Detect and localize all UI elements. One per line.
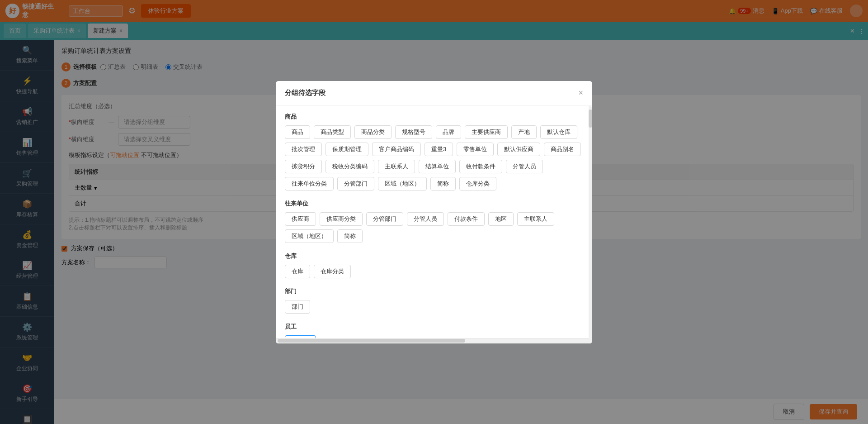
tag-retail-unit[interactable]: 零售单位 — [457, 143, 494, 156]
tag-region[interactable]: 区域（地区） — [378, 177, 427, 191]
tag-mgmt-dept[interactable]: 分管部门 — [366, 212, 403, 226]
section-department: 部门 部门 — [285, 287, 583, 314]
tag-short-name2[interactable]: 简称 — [337, 229, 363, 243]
modal-header: 分组待选字段 × — [276, 81, 592, 105]
tag-dept[interactable]: 分管部门 — [337, 177, 374, 191]
section-goods-tags: 商品 商品类型 商品分类 规格型号 品牌 主要供应商 产地 默认仓库 批次管理 … — [285, 125, 583, 191]
tag-settlement-unit[interactable]: 结算单位 — [419, 160, 456, 173]
tag-goods[interactable]: 商品 — [285, 125, 310, 139]
tag-tax-code[interactable]: 税收分类编码 — [326, 160, 374, 173]
tag-main-contact2[interactable]: 主联系人 — [517, 212, 554, 226]
modal-hscrollbar[interactable] — [276, 338, 592, 343]
tag-supplier-category[interactable]: 供应商分类 — [320, 212, 363, 226]
tag-short-name[interactable]: 简称 — [430, 177, 456, 191]
section-partner: 往来单位 供应商 供应商分类 分管部门 分管人员 付款条件 地区 主联系人 区域… — [285, 200, 583, 243]
tag-dept-mgr[interactable]: 分管人员 — [506, 160, 543, 173]
tag-batch-mgmt[interactable]: 批次管理 — [285, 143, 322, 156]
tag-warehouse-category[interactable]: 仓库分类 — [314, 265, 351, 278]
tag-customer-code[interactable]: 客户商品编码 — [372, 143, 421, 156]
tag-department[interactable]: 部门 — [285, 300, 310, 314]
tag-partner-category[interactable]: 往来单位分类 — [285, 177, 334, 191]
tag-main-supplier[interactable]: 主要供应商 — [465, 125, 508, 139]
tag-goods-alias[interactable]: 商品别名 — [544, 143, 581, 156]
section-employee-title: 员工 — [285, 323, 583, 331]
tag-region2[interactable]: 区域（地区） — [285, 229, 334, 243]
tag-mgmt-person[interactable]: 分管人员 — [407, 212, 444, 226]
tag-origin[interactable]: 产地 — [511, 125, 537, 139]
section-employee: 员工 业务员 — [285, 323, 583, 338]
tag-area[interactable]: 地区 — [488, 212, 514, 226]
tag-goods-category[interactable]: 商品分类 — [354, 125, 392, 139]
section-warehouse: 仓库 仓库 仓库分类 — [285, 252, 583, 278]
tag-payment-cond[interactable]: 付款条件 — [448, 212, 485, 226]
tag-payment-terms[interactable]: 收付款条件 — [459, 160, 502, 173]
section-partner-title: 往来单位 — [285, 200, 583, 208]
modal-vscrollbar-track — [589, 106, 592, 343]
section-goods-title: 商品 — [285, 113, 583, 121]
tag-shelf-life[interactable]: 保质期管理 — [326, 143, 368, 156]
hscroll-thumb — [278, 339, 465, 343]
tag-main-contact[interactable]: 主联系人 — [378, 160, 415, 173]
section-employee-tags: 业务员 — [285, 335, 583, 338]
section-department-title: 部门 — [285, 287, 583, 295]
section-partner-tags: 供应商 供应商分类 分管部门 分管人员 付款条件 地区 主联系人 区域（地区） … — [285, 212, 583, 243]
tag-brand[interactable]: 品牌 — [436, 125, 461, 139]
tag-salesperson[interactable]: 业务员 — [285, 335, 316, 338]
section-warehouse-title: 仓库 — [285, 252, 583, 260]
tag-weight3[interactable]: 重量3 — [425, 143, 453, 156]
tag-spec-model[interactable]: 规格型号 — [395, 125, 432, 139]
modal: 分组待选字段 × 商品 商品 商品类型 商品分类 规格型号 品牌 主要供应商 产… — [276, 81, 592, 343]
tag-wh-category[interactable]: 仓库分类 — [459, 177, 496, 191]
tag-default-supplier[interactable]: 默认供应商 — [497, 143, 540, 156]
modal-overlay: 分组待选字段 × 商品 商品 商品类型 商品分类 规格型号 品牌 主要供应商 产… — [0, 0, 868, 424]
tag-goods-type[interactable]: 商品类型 — [314, 125, 351, 139]
modal-vscrollbar-thumb[interactable] — [589, 110, 592, 128]
tag-warehouse[interactable]: 仓库 — [285, 265, 310, 278]
modal-close-button[interactable]: × — [578, 88, 583, 98]
tag-pick-points[interactable]: 拣货积分 — [285, 160, 322, 173]
modal-title: 分组待选字段 — [285, 89, 326, 97]
section-goods: 商品 商品 商品类型 商品分类 规格型号 品牌 主要供应商 产地 默认仓库 批次… — [285, 113, 583, 191]
tag-supplier[interactable]: 供应商 — [285, 212, 316, 226]
tag-default-warehouse[interactable]: 默认仓库 — [540, 125, 577, 139]
modal-body: 商品 商品 商品类型 商品分类 规格型号 品牌 主要供应商 产地 默认仓库 批次… — [276, 105, 592, 338]
section-department-tags: 部门 — [285, 300, 583, 314]
section-warehouse-tags: 仓库 仓库分类 — [285, 265, 583, 278]
